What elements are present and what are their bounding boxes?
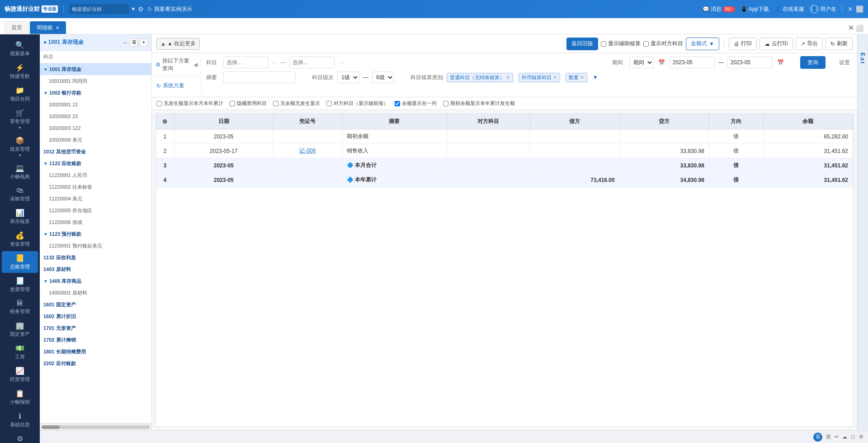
- sidebar-item-quicknav[interactable]: ⚡ 快捷导航: [2, 61, 38, 82]
- subject-more-btn[interactable]: ···: [272, 59, 277, 66]
- no-balance2-checkbox[interactable]: [273, 101, 278, 106]
- sidebar-item-retail[interactable]: 🛒 零售管理 ▼: [2, 106, 38, 133]
- tab-home[interactable]: 首页: [5, 21, 29, 34]
- sidebar-item-sales-report[interactable]: 📋 小畅报销: [2, 386, 38, 408]
- sidebar-item-ecommerce[interactable]: 💻 小畅电商: [2, 161, 38, 183]
- tag-normal-remove-btn[interactable]: ✕: [506, 75, 510, 81]
- refresh-btn[interactable]: ↻ 刷新: [826, 38, 853, 50]
- subject-end-input[interactable]: [289, 57, 335, 68]
- account-tree-body[interactable]: 科目 ▼1001 库存现金 10010001 同同同 ▼1002 银行存款 10…: [40, 51, 151, 423]
- th-settings[interactable]: ⚙: [156, 114, 174, 129]
- tab-expand-btn[interactable]: ⬜: [856, 24, 863, 32]
- tree-nav-btn[interactable]: →: [122, 39, 128, 46]
- tree-item-10020002[interactable]: 10020002 23: [40, 110, 151, 122]
- tree-item-10020003[interactable]: 10020003 122: [40, 122, 151, 134]
- system-plan-item[interactable]: ↻ 系统方案: [152, 78, 201, 93]
- status-icon-hex[interactable]: ⬡: [851, 434, 855, 440]
- tree-add-btn[interactable]: +: [140, 38, 148, 47]
- level-start-select[interactable]: 1级2级3级: [337, 71, 359, 83]
- tree-item-11220006[interactable]: 11220006 游戏: [40, 216, 151, 228]
- sidebar-item-operations[interactable]: 📈 经营管理: [2, 364, 38, 386]
- tree-item-1012[interactable]: 1012 其他货币资金: [40, 146, 151, 157]
- sidebar-item-general[interactable]: 📒 总账管理: [2, 251, 38, 273]
- tree-item-14050001[interactable]: 14050001 原材料: [40, 287, 151, 299]
- sidebar-item-wholesale[interactable]: 📦 批发管理 ▼: [2, 133, 38, 160]
- balance-col-checkbox[interactable]: [395, 101, 400, 106]
- window-expand-btn[interactable]: ⬜: [856, 5, 863, 13]
- tree-item-11220004[interactable]: 11220004 美元: [40, 193, 151, 205]
- tree-item-1132[interactable]: 1132 应收利息: [40, 252, 151, 263]
- tree-item-1602[interactable]: 1602 累计折旧: [40, 310, 151, 322]
- tree-item-1405[interactable]: ▼1405 库存商品: [40, 275, 151, 287]
- show-aux-checkbox[interactable]: [601, 41, 606, 47]
- contra-checkbox[interactable]: [326, 101, 332, 106]
- tree-item-1702[interactable]: 1702 累计摊销: [40, 334, 151, 346]
- gear-icon[interactable]: ⚙: [138, 5, 144, 13]
- settings-text-btn[interactable]: 设置: [836, 57, 853, 68]
- sidebar-item-invoice[interactable]: 🧾 发票管理: [2, 274, 38, 295]
- tree-item-1801[interactable]: 1801 长期待摊费用: [40, 346, 151, 357]
- status-icon-cloud[interactable]: ☁: [842, 434, 847, 440]
- sidebar-item-search[interactable]: 🔍 搜索菜单: [2, 38, 38, 60]
- tree-scroll-thumb[interactable]: [42, 425, 60, 429]
- td-voucher[interactable]: 记-006: [274, 144, 342, 158]
- tree-item-1123[interactable]: ▼1123 预付账款: [40, 228, 151, 240]
- user-btn[interactable]: 👤 用户名: [810, 5, 836, 14]
- subject-end-more-btn[interactable]: ···: [339, 59, 344, 66]
- demo-link[interactable]: ↻ 我要看实例演示: [147, 5, 192, 13]
- tree-item-10020006[interactable]: 10020006 美元: [40, 134, 151, 146]
- tree-item-1002[interactable]: ▼1002 银行存款: [40, 87, 151, 99]
- export-btn[interactable]: ↗ 导出: [796, 38, 823, 50]
- sidebar-item-project[interactable]: 📁 项目合同: [2, 83, 38, 105]
- sidebar-item-tax[interactable]: 🏛 税务管理: [2, 296, 38, 318]
- sidebar-item-payroll[interactable]: 💵 工资: [2, 341, 38, 363]
- tree-item-11230001[interactable]: 11230001 预付账款美元: [40, 240, 151, 252]
- period-start-input[interactable]: [670, 57, 715, 68]
- tree-item-11220001[interactable]: 11220001 人民币: [40, 169, 151, 181]
- period-end-input[interactable]: [727, 57, 773, 68]
- voucher-link[interactable]: 记-006: [299, 148, 316, 154]
- tree-item-2202[interactable]: 2202 应付账款: [40, 357, 151, 369]
- collapse-filter-btn[interactable]: ▲ ▲ 收起更多: [156, 38, 200, 50]
- right-side-panel[interactable]: Eat: [857, 34, 868, 430]
- no-balance-checkbox[interactable]: [156, 101, 162, 106]
- right-panel-label[interactable]: Eat: [859, 52, 866, 64]
- tree-scroll-track[interactable]: [42, 425, 150, 429]
- window-close-btn[interactable]: ✕: [848, 5, 853, 13]
- amount-format-btn[interactable]: 金额式 ▼: [686, 38, 719, 50]
- tree-horizontal-scrollbar[interactable]: [40, 423, 151, 430]
- tree-item-10020001[interactable]: 10020001 12: [40, 99, 151, 110]
- tab-detail[interactable]: 明细账 ✕: [30, 21, 66, 34]
- status-icon-edit[interactable]: ✏: [835, 434, 839, 440]
- tree-item-11220002[interactable]: 11220002 往来标签: [40, 181, 151, 193]
- sidebar-item-system[interactable]: ⚙ 系统管理: [2, 432, 38, 443]
- tree-item-1701[interactable]: 1701 无形资产: [40, 322, 151, 334]
- tab-close-all-btn[interactable]: ✕: [848, 24, 854, 32]
- message-btn[interactable]: 💬 消息 99+: [703, 5, 735, 13]
- query-btn[interactable]: 查询: [800, 56, 826, 69]
- tree-sort-btn[interactable]: ☰: [130, 38, 138, 47]
- hide-disabled-checkbox[interactable]: [230, 101, 235, 106]
- sidebar-item-purchase[interactable]: 🛍 采购管理: [2, 184, 38, 205]
- subject-input[interactable]: [223, 57, 269, 68]
- collapse-arrow-icon[interactable]: ◀: [193, 62, 198, 68]
- tree-item-11220005[interactable]: 11220005 所在地区: [40, 205, 151, 216]
- level-end-select[interactable]: 6级1级2级: [372, 71, 394, 83]
- title-input[interactable]: 畅捷通好业财: [69, 4, 129, 14]
- summary-input[interactable]: [223, 71, 296, 83]
- print-btn[interactable]: 🖨 打印: [729, 38, 757, 50]
- tree-item-1122[interactable]: ▼1122 应收账款: [40, 157, 151, 169]
- title-dropdown-btn[interactable]: ▼: [131, 6, 136, 12]
- tag-quantity-remove-btn[interactable]: ✕: [580, 75, 584, 81]
- status-icon-settings[interactable]: ⚙: [859, 434, 863, 440]
- sidebar-item-capital[interactable]: 💰 资金管理: [2, 229, 38, 250]
- show-contra-checkbox[interactable]: [643, 41, 649, 47]
- tree-item-1601[interactable]: 1601 固定资产: [40, 299, 151, 310]
- cloud-print-btn[interactable]: ☁ 云打印: [760, 38, 793, 50]
- return-old-btn[interactable]: 返回旧版: [566, 38, 598, 50]
- app-download-btn[interactable]: 📱 App下载: [741, 5, 769, 13]
- tab-detail-close[interactable]: ✕: [56, 25, 59, 30]
- tree-item-10010001[interactable]: 10010001 同同同: [40, 75, 151, 87]
- period-type-select[interactable]: 期间: [629, 57, 654, 68]
- category-dropdown-icon[interactable]: ▼: [593, 74, 598, 81]
